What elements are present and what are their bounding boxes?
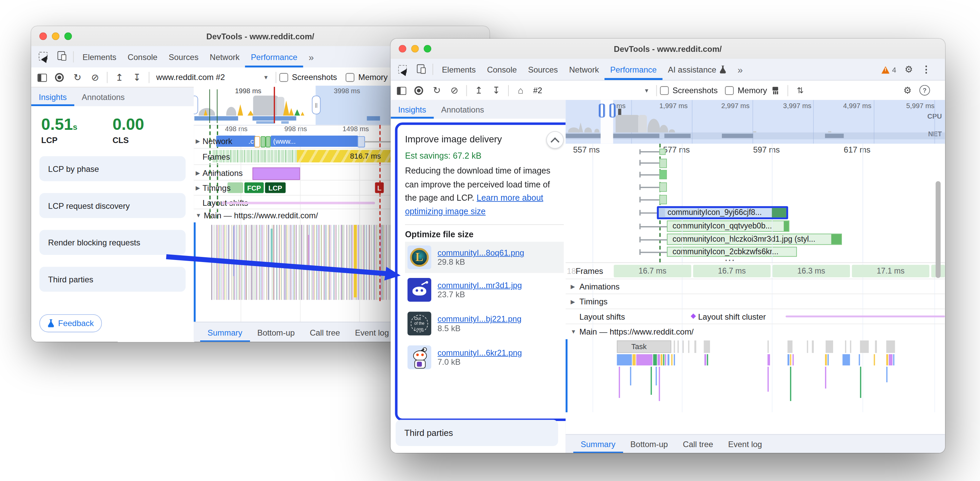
record-icon[interactable] [415,86,424,95]
insight-card-lcp-request-discovery[interactable]: LCP request discovery [39,193,186,218]
task-bar[interactable]: Task [617,340,671,353]
checkbox-icon[interactable] [660,86,669,95]
tab-annotations[interactable]: Annotations [74,87,132,106]
overflow-ellipsis[interactable]: ... [725,254,735,263]
file-row[interactable]: L communityI...8oq61.png 29.8 kB [405,242,564,273]
disclosure-icon[interactable]: ▶ [571,298,575,305]
tab-insights[interactable]: Insights [391,100,434,119]
tab-call-tree[interactable]: Call tree [675,435,721,453]
tab-console[interactable]: Console [122,46,163,67]
main-flame-chart[interactable]: Task [565,339,945,413]
frame-bar[interactable]: 16.7 ms [693,265,770,277]
reload-record-icon[interactable]: ↻ [432,86,442,95]
tab-performance[interactable]: Performance [605,59,662,80]
file-row[interactable]: Outof theLoop communityI...bj221.png 8.5… [405,307,564,341]
tab-bottom-up[interactable]: Bottom-up [623,435,675,453]
track-main-header[interactable]: ▼ Main — https://www.reddit.com/ [565,325,945,338]
request-bar[interactable]: communityIcon_hlczkoi3mr3d1.jpg (styl... [667,233,842,245]
tab-bottom-up[interactable]: Bottom-up [250,322,302,342]
l-marker[interactable]: L [375,183,383,193]
tab-event-log[interactable]: Event log [721,435,769,453]
feedback-button[interactable]: Feedback [39,314,102,332]
gc-brush-icon[interactable] [771,86,781,95]
tab-ai-assistance[interactable]: AI assistance [662,59,732,80]
fcp-marker[interactable]: FCP [244,183,264,193]
tab-elements[interactable]: Elements [77,46,122,67]
upload-profile-icon[interactable]: ↥ [474,86,484,95]
tab-sources[interactable]: Sources [522,59,563,80]
disclosure-icon[interactable]: ▶ [196,185,200,191]
checkbox-icon[interactable] [725,86,734,95]
file-link[interactable]: communityI...6kr21.png [438,348,522,358]
history-select[interactable]: #2▼ [530,86,653,95]
clear-icon[interactable]: ⊘ [90,72,100,82]
device-toolbar-icon[interactable] [415,64,425,74]
settings-gear-icon[interactable]: ⚙ [903,86,913,95]
tab-summary[interactable]: Summary [200,322,250,342]
tab-insights[interactable]: Insights [31,87,74,106]
animation-bar[interactable] [252,167,300,180]
disclosure-icon[interactable]: ▶ [196,170,200,176]
disclosure-icon[interactable]: ▼ [196,213,201,219]
clear-icon[interactable]: ⊘ [449,86,459,95]
file-link[interactable]: communityI...8oq61.png [438,248,525,258]
minimap-drag-handle[interactable] [609,104,615,117]
track-timings[interactable]: ▶ Timings [565,294,945,309]
track-layout-shifts[interactable]: Layout shifts ◆ Layout shift cluster [565,310,945,324]
tab-sources[interactable]: Sources [163,46,204,67]
insight-card-render-blocking[interactable]: Render blocking requests [39,230,186,255]
download-profile-icon[interactable]: ↧ [132,72,142,82]
record-icon[interactable] [55,72,65,82]
network-request-bar[interactable]: (www... [271,136,358,147]
collapse-insight-button[interactable] [546,131,564,149]
issues-counter[interactable]: 4 [881,66,896,75]
track-animations[interactable]: ▶ Animations [565,279,945,294]
file-link[interactable]: communityI...bj221.png [438,314,522,324]
timeline-minimap[interactable]: 7 ms 1,997 ms 2,997 ms 3,997 ms 4,997 ms… [565,100,945,144]
scrollbar-thumb[interactable] [935,181,941,278]
screenshots-checkbox[interactable]: Screenshots [280,73,337,82]
disclosure-icon[interactable]: ▼ [571,328,576,334]
memory-checkbox[interactable]: Memory [725,86,767,95]
more-tabs-icon[interactable]: » [303,46,320,67]
history-select[interactable]: www.reddit.com #2▼ [153,73,273,82]
reload-record-icon[interactable]: ↻ [73,72,83,82]
minimap-drag-handle[interactable] [599,104,605,117]
request-bar[interactable]: communityIcon_qqtvyeb0b... [667,221,789,232]
insight-card-third-parties[interactable]: Third parties [396,420,558,446]
toggle-sidebar-icon[interactable] [38,72,48,82]
memory-checkbox[interactable]: Memory [346,73,387,82]
minimap-drag-handle[interactable]: || [312,95,321,114]
file-row[interactable]: communityI...mr3d1.jpg 23.7 kB [405,273,564,307]
tab-network[interactable]: Network [563,59,605,80]
tab-console[interactable]: Console [481,59,522,80]
improve-image-delivery-card[interactable]: Improve image delivery Est savings: 67.2… [395,122,574,421]
frame-bar[interactable]: 17.1 ms [852,265,929,277]
tab-performance[interactable]: Performance [245,46,303,67]
network-request-bar[interactable] [255,136,260,148]
checkbox-icon[interactable] [280,73,288,82]
file-link[interactable]: communityI...mr3d1.jpg [438,281,522,290]
collapse-t racks-icon[interactable]: ⇅ [795,86,805,95]
kebab-menu-icon[interactable]: ⋮ [921,64,931,74]
request-bar-highlighted[interactable]: communityIcon_9yj66cjf8... [657,206,788,219]
help-icon[interactable]: ? [919,85,930,95]
network-request-bar[interactable] [266,136,271,148]
tab-annotations[interactable]: Annotations [434,100,492,119]
network-request-bar[interactable] [261,136,266,148]
titlebar[interactable]: DevTools - www.reddit.com/ [391,39,945,59]
tab-network[interactable]: Network [204,46,245,67]
more-tabs-icon[interactable]: » [732,59,749,80]
inspect-icon[interactable] [39,51,49,61]
insight-card-lcp-by-phase[interactable]: LCP by phase [39,156,186,181]
toggle-sidebar-icon[interactable] [397,86,407,95]
lcp-marker[interactable]: LCP [265,183,286,193]
checkbox-icon[interactable] [346,73,355,82]
inspect-icon[interactable] [398,64,408,74]
screenshots-checkbox[interactable]: Screenshots [660,86,718,95]
tab-call-tree[interactable]: Call tree [302,322,347,342]
tab-event-log[interactable]: Event log [347,322,396,342]
frame-bar[interactable]: 16.3 ms [772,265,850,277]
file-row[interactable]: communityI...6kr21.png 7.0 kB [405,341,564,375]
tab-summary[interactable]: Summary [573,435,623,453]
